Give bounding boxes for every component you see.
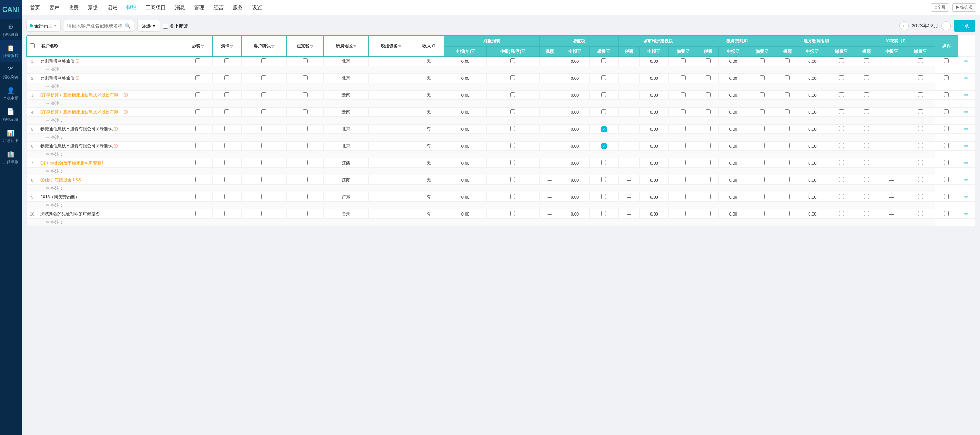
jy-shenbao-checkbox[interactable]	[760, 160, 765, 165]
yiwanshui-cell[interactable]	[286, 57, 323, 66]
df-shenbao-cell[interactable]	[827, 125, 856, 134]
jy-shenbao-cell[interactable]	[748, 74, 777, 83]
nav-shezhi[interactable]: 设置	[247, 0, 267, 15]
caibao-year-checkbox[interactable]	[510, 126, 515, 131]
yiwanshui-cell[interactable]	[286, 175, 323, 185]
queren-checkbox[interactable]	[261, 75, 266, 80]
prev-month-btn[interactable]: ‹	[899, 21, 909, 30]
chaoshui-cell[interactable]	[183, 91, 212, 100]
df-shenbao-cell[interactable]	[827, 91, 856, 100]
yiwanshui-checkbox[interactable]	[303, 126, 308, 131]
df-jiaofei-checkbox[interactable]	[864, 58, 869, 63]
qingka-cell[interactable]	[212, 142, 241, 151]
queren-checkbox[interactable]	[261, 109, 266, 114]
zzs-shenbao-checkbox[interactable]	[601, 92, 606, 97]
yh-shenbao-checkbox[interactable]	[918, 109, 923, 114]
caibao-year-cell[interactable]	[487, 192, 540, 202]
sidebar-item-gongshangnian[interactable]: 🏢 工商年报	[0, 147, 22, 168]
queren-cell[interactable]	[241, 158, 286, 168]
caibao-year-checkbox[interactable]	[510, 143, 515, 148]
sidebar-item-baoshuijilu[interactable]: 📄 报税记录	[0, 104, 22, 125]
jy-jiaofei-checkbox[interactable]	[785, 211, 790, 216]
company-name-cell[interactable]: 测试斯奢的凭证打印的时候是否	[38, 209, 183, 219]
jy-jiaofei-checkbox[interactable]	[785, 126, 790, 131]
sidebar-item-baoshuiliulan[interactable]: 👁 报税浏览	[0, 62, 22, 83]
company-name-cell[interactable]: (原）误删勿改李艳牙测试斯奢新1	[38, 158, 183, 168]
cs-jiaofei-checkbox[interactable]	[706, 143, 711, 148]
yh-shenbao-cell[interactable]	[906, 209, 935, 219]
caibao-year-checkbox[interactable]	[510, 92, 515, 97]
df-jiaofei-checkbox[interactable]	[864, 160, 869, 165]
df-shenbao-checkbox[interactable]	[839, 126, 844, 131]
qingka-cell[interactable]	[212, 74, 241, 83]
df-shenbao-cell[interactable]	[827, 192, 856, 202]
note-cell[interactable]: ✏备注：	[27, 185, 935, 192]
caibao-year-cell[interactable]	[487, 108, 540, 117]
note-cell[interactable]: ✏备注：	[27, 168, 935, 175]
cs-jiaofei-checkbox[interactable]	[706, 109, 711, 114]
yh-shenbao-cell[interactable]	[906, 91, 935, 100]
df-jiaofei-checkbox[interactable]	[864, 126, 869, 131]
caibao-year-cell[interactable]	[487, 74, 540, 83]
queren-checkbox[interactable]	[261, 58, 266, 63]
zzs-shenbao-cell[interactable]: ✓	[589, 125, 618, 134]
jy-shenbao-checkbox[interactable]	[760, 194, 765, 199]
zzs-shenbao-checkbox[interactable]	[601, 109, 606, 114]
queren-checkbox[interactable]	[261, 211, 266, 216]
action-cell[interactable]: ✏	[958, 125, 975, 134]
df-jiaofei-checkbox[interactable]	[864, 75, 869, 80]
edit-icon[interactable]: ✏	[964, 75, 968, 81]
download-button[interactable]: 下载	[954, 20, 975, 32]
sidebar-item-huizong[interactable]: 📊 汇总明细	[0, 125, 22, 147]
jy-shenbao-cell[interactable]	[748, 192, 777, 202]
yh-shenbao-checkbox[interactable]	[918, 177, 923, 182]
vip-btn[interactable]: ▶畅会员	[952, 3, 976, 12]
jy-shenbao-cell[interactable]	[748, 175, 777, 185]
chaoshui-checkbox[interactable]	[195, 160, 200, 165]
jy-shenbao-checkbox[interactable]	[760, 92, 765, 97]
jy-shenbao-checkbox[interactable]	[760, 109, 765, 114]
queren-cell[interactable]	[241, 142, 286, 151]
yh-shenbao-cell[interactable]	[906, 142, 935, 151]
chaoshui-cell[interactable]	[183, 74, 212, 83]
caibao-year-cell[interactable]	[487, 142, 540, 151]
yh-shenbao-checkbox[interactable]	[918, 92, 923, 97]
chaoshui-checkbox[interactable]	[195, 194, 200, 199]
yh-shenbao-checkbox[interactable]	[918, 211, 923, 216]
caibao-year-checkbox[interactable]	[510, 75, 515, 80]
qingka-checkbox[interactable]	[224, 211, 229, 216]
action-cell[interactable]: ✏	[958, 108, 975, 117]
jy-shenbao-cell[interactable]	[748, 91, 777, 100]
select-all-checkbox[interactable]	[30, 43, 35, 48]
yh-shenbao-checkbox[interactable]	[918, 194, 923, 199]
yiwanshui-checkbox[interactable]	[303, 177, 308, 182]
nav-home[interactable]: 首页	[25, 0, 45, 15]
chaoshui-checkbox[interactable]	[195, 126, 200, 131]
yiwanshui-cell[interactable]	[286, 192, 323, 202]
df-shenbao-checkbox[interactable]	[839, 211, 844, 216]
cs-shenbao-checkbox[interactable]	[681, 109, 686, 114]
zzs-shenbao-checkbox[interactable]	[601, 160, 606, 165]
cs-shenbao-cell[interactable]	[669, 209, 698, 219]
cs-shenbao-cell[interactable]	[669, 175, 698, 185]
qingka-checkbox[interactable]	[224, 177, 229, 182]
yiwanshui-cell[interactable]	[286, 74, 323, 83]
yiwanshui-cell[interactable]	[286, 209, 323, 219]
caibao-year-checkbox[interactable]	[510, 194, 515, 199]
zzs-shenbao-cell[interactable]	[589, 175, 618, 185]
cs-shenbao-checkbox[interactable]	[681, 177, 686, 182]
df-shenbao-checkbox[interactable]	[839, 194, 844, 199]
yh-shenbao-cell[interactable]	[906, 108, 935, 117]
edit-icon[interactable]: ✏	[964, 143, 968, 149]
zzs-shenbao-cell[interactable]	[589, 108, 618, 117]
yiwanshui-checkbox[interactable]	[303, 211, 308, 216]
qingka-checkbox[interactable]	[224, 92, 229, 97]
nav-shoufei[interactable]: 收费	[64, 0, 83, 15]
queren-cell[interactable]	[241, 192, 286, 202]
nav-jingying[interactable]: 经营	[209, 0, 228, 15]
queren-checkbox[interactable]	[261, 177, 266, 182]
nav-gongshang[interactable]: 工商项目	[141, 0, 170, 15]
action-cell[interactable]: ✏	[958, 91, 975, 100]
filter-button[interactable]: 筛选 ▼	[137, 20, 160, 32]
note-cell[interactable]: ✏备注：	[27, 202, 935, 209]
